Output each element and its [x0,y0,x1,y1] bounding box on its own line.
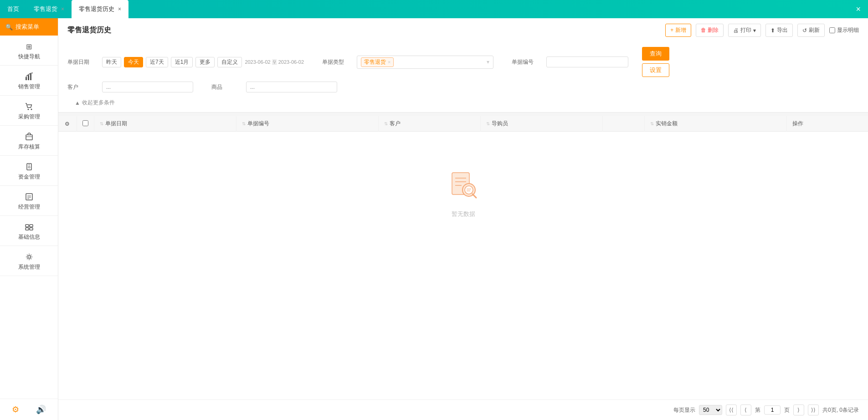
setting-button[interactable]: 设置 [642,63,669,77]
main-layout: 🔍 搜索菜单 ⊞ 快捷导航 销售管理 采购管理 库存核算 [0,18,868,420]
svg-point-23 [465,186,473,194]
svg-rect-14 [30,225,33,227]
per-page-select[interactable]: 50 20 100 [699,405,722,415]
sidebar-item-sys-mgmt[interactable]: 系统管理 [0,246,58,276]
sidebar-item-purchase-mgmt[interactable]: 采购管理 [0,96,58,126]
type-tag-value: 零售退货 [364,58,386,66]
th-spacer [603,116,645,132]
sidebar-item-operation-label: 经营管理 [18,203,40,211]
date-btn-1month[interactable]: 近1月 [171,57,193,67]
empty-cell: 暂无数据 [58,132,868,255]
sidebar-item-finance[interactable]: 资金管理 [0,156,58,186]
total-label: 共0页, 0条记录 [822,406,859,414]
empty-text: 暂无数据 [452,210,475,218]
toolbar: + 新增 🗑 删除 🖨 打印 ▾ ⬆ 导出 ↺ 刷新 [665,24,859,37]
sidebar-item-sys-mgmt-label: 系统管理 [18,263,40,271]
collapse-button[interactable]: ▲ 收起更多条件 [67,97,859,108]
delete-button[interactable]: 🗑 删除 [696,24,724,37]
sidebar-search-label: 搜索菜单 [15,23,39,31]
sidebar-volume-icon[interactable]: 🔊 [36,405,46,415]
collapse-arrow-icon: ▲ [75,100,80,106]
type-tag-remove[interactable]: × [388,59,390,65]
th-guide[interactable]: ⇅ 导购员 [481,116,603,132]
sidebar-item-operation[interactable]: 经营管理 [0,186,58,216]
export-button[interactable]: ⬆ 导出 [765,24,793,37]
date-btn-today[interactable]: 今天 [124,57,143,67]
tab-retail-return-history[interactable]: 零售退货历史 × [72,0,128,18]
filter-row-date: 单据日期 昨天 今天 近7天 近1月 更多 自定义 2023-06-02 至 2… [67,47,859,77]
refresh-button[interactable]: ↺ 刷新 [797,24,825,37]
sidebar-settings-icon[interactable]: ⚙ [12,405,19,415]
th-customer[interactable]: ⇅ 客户 [378,116,480,132]
th-actions: 操作 [787,116,868,132]
svg-line-24 [473,194,476,198]
sidebar-item-quick-nav[interactable]: ⊞ 快捷导航 [0,36,58,66]
next-page-button[interactable]: ⟩ [793,405,804,415]
tab-home[interactable]: 首页 [0,0,26,18]
settings-gear-icon[interactable]: ⚙ [65,121,70,127]
prev-page-button[interactable]: ⟨ [740,405,751,415]
refresh-icon: ↺ [802,27,807,34]
svg-rect-13 [26,225,29,227]
type-filter-select[interactable]: 零售退货 × ▾ [357,56,493,69]
th-actions-label: 操作 [792,120,803,127]
sidebar-item-base-info[interactable]: 基础信息 [0,216,58,246]
sidebar-bottom: ⚙ 🔊 [0,399,58,420]
sidebar-item-base-info-label: 基础信息 [18,233,40,241]
sidebar-search[interactable]: 🔍 搜索菜单 [0,18,58,36]
tab-retail-return-history-label: 零售退货历史 [79,5,114,13]
sidebar-item-finance-label: 资金管理 [18,173,40,181]
new-button[interactable]: + 新增 [665,24,691,37]
print-button[interactable]: 🖨 打印 ▾ [728,24,761,37]
svg-rect-0 [26,77,27,80]
sidebar-item-inventory[interactable]: 库存核算 [0,126,58,156]
query-button[interactable]: 查询 [642,47,669,61]
tab-list: 首页 零售退货 × 零售退货历史 × [0,0,856,18]
tab-home-label: 首页 [7,5,19,13]
th-date-label: 单据日期 [105,120,127,128]
svg-point-4 [31,109,32,110]
sys-mgmt-icon [25,252,34,261]
th-date[interactable]: ⇅ 单据日期 [94,116,236,132]
search-icon: 🔍 [5,24,13,31]
page-title: 零售退货历史 [67,26,111,35]
window-close-button[interactable]: × [856,5,861,14]
page-number-input[interactable] [764,405,781,415]
number-filter-input[interactable] [546,56,628,67]
per-page-label: 每页显示 [673,406,695,414]
collapse-label: 收起更多条件 [82,99,115,107]
display-detail-checkbox[interactable] [829,27,835,33]
date-btn-yesterday[interactable]: 昨天 [102,57,121,67]
tab-retail-return-close[interactable]: × [61,6,64,12]
last-page-button[interactable]: ⟩⟩ [808,405,819,415]
th-amount[interactable]: ⇅ 实销金额 [645,116,787,132]
page-label: 第 [755,406,760,414]
sales-mgmt-icon [25,72,34,81]
date-btn-7days[interactable]: 近7天 [146,57,168,67]
top-bar-right: × [856,5,868,14]
table-header-row: ⚙ ⇅ 单据日期 ⇅ [58,116,868,132]
refresh-label: 刷新 [809,26,820,34]
finance-icon [25,162,34,171]
export-label: 导出 [777,26,788,34]
svg-point-3 [27,109,29,110]
tab-retail-return[interactable]: 零售退货 × [26,0,72,18]
customer-filter-input[interactable] [102,82,193,92]
th-number[interactable]: ⇅ 单据编号 [236,116,378,132]
date-btn-custom[interactable]: 自定义 [217,57,242,67]
goods-filter-label: 商品 [211,83,237,91]
sidebar-item-sales-mgmt[interactable]: 销售管理 [0,66,58,96]
select-all-checkbox[interactable] [82,120,88,126]
svg-rect-16 [30,228,33,230]
sidebar-item-inventory-label: 库存核算 [18,143,40,151]
th-settings[interactable]: ⚙ [58,116,77,132]
goods-filter-input[interactable] [246,82,337,92]
first-page-button[interactable]: ⟨⟨ [726,405,737,415]
type-filter-label: 单据类型 [322,58,348,66]
date-btn-more[interactable]: 更多 [195,57,215,67]
action-buttons: 查询 设置 [642,47,669,77]
tab-retail-return-history-close[interactable]: × [118,6,121,12]
quick-nav-icon: ⊞ [25,42,34,51]
svg-rect-2 [30,74,31,80]
svg-rect-9 [26,194,32,200]
